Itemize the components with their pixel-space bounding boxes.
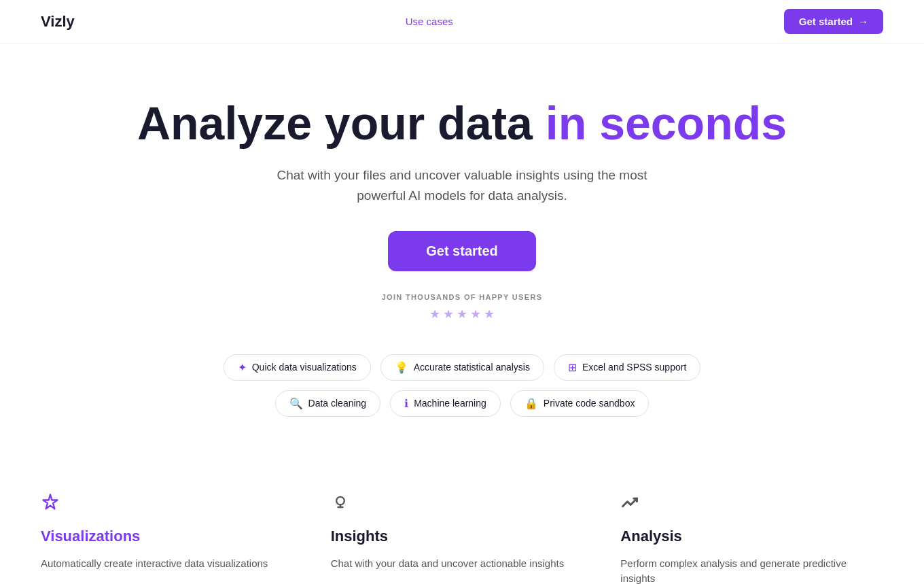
hero-get-started-button[interactable]: Get started: [388, 231, 536, 271]
hero-section: Analyze your data in seconds Chat with y…: [0, 44, 924, 493]
nav-links: Use cases: [406, 16, 453, 27]
sparkle-icon: ✦: [238, 361, 247, 374]
nav-get-started-button[interactable]: Get started →: [784, 9, 883, 34]
search-icon: 🔍: [289, 397, 303, 410]
visualizations-desc: Automatically create interactive data vi…: [41, 556, 304, 572]
hero-title: Analyze your data in seconds: [137, 98, 787, 149]
pill-data-cleaning: 🔍 Data cleaning: [275, 390, 381, 417]
visualizations-title: Visualizations: [41, 528, 304, 545]
analysis-desc: Perform complex analysis and generate pr…: [620, 556, 883, 584]
pills-row-1: ✦ Quick data visualizations 💡 Accurate s…: [224, 354, 701, 381]
nav-logo: Vizly: [41, 13, 75, 31]
social-proof-label: JOIN THOUSANDS OF HAPPY USERS: [382, 293, 543, 301]
pill-excel-spss: ⊞ Excel and SPSS support: [554, 354, 700, 381]
pill-code-sandbox: 🔒 Private code sandbox: [510, 390, 650, 417]
pill-machine-learning: ℹ Machine learning: [390, 390, 501, 417]
info-icon: ℹ: [404, 397, 408, 410]
pill-quick-visualizations: ✦ Quick data visualizations: [224, 354, 371, 381]
feature-analysis: Analysis Perform complex analysis and ge…: [620, 493, 883, 584]
insights-desc: Chat with your data and uncover actionab…: [331, 556, 594, 572]
insights-title: Insights: [331, 528, 594, 545]
analysis-title: Analysis: [620, 528, 883, 545]
feature-pills: ✦ Quick data visualizations 💡 Accurate s…: [224, 354, 701, 417]
insights-icon: [331, 493, 594, 517]
svg-point-0: [336, 496, 344, 504]
features-section: Visualizations Automatically create inte…: [0, 493, 924, 584]
feature-visualizations: Visualizations Automatically create inte…: [41, 493, 304, 584]
visualizations-icon: [41, 493, 304, 517]
pill-statistical-analysis: 💡 Accurate statistical analysis: [380, 354, 544, 381]
lock-icon: 🔒: [525, 397, 538, 410]
feature-insights: Insights Chat with your data and uncover…: [331, 493, 594, 584]
social-proof: JOIN THOUSANDS OF HAPPY USERS ★ ★ ★ ★ ★: [382, 293, 543, 322]
pills-row-2: 🔍 Data cleaning ℹ Machine learning 🔒 Pri…: [275, 390, 650, 417]
grid-icon: ⊞: [568, 361, 577, 374]
analysis-icon: [620, 493, 883, 517]
nav-link-use-cases[interactable]: Use cases: [406, 16, 453, 27]
bulb-icon: 💡: [395, 361, 408, 374]
star-rating: ★ ★ ★ ★ ★: [429, 307, 495, 322]
hero-subtitle: Chat with your files and uncover valuabl…: [251, 165, 673, 207]
